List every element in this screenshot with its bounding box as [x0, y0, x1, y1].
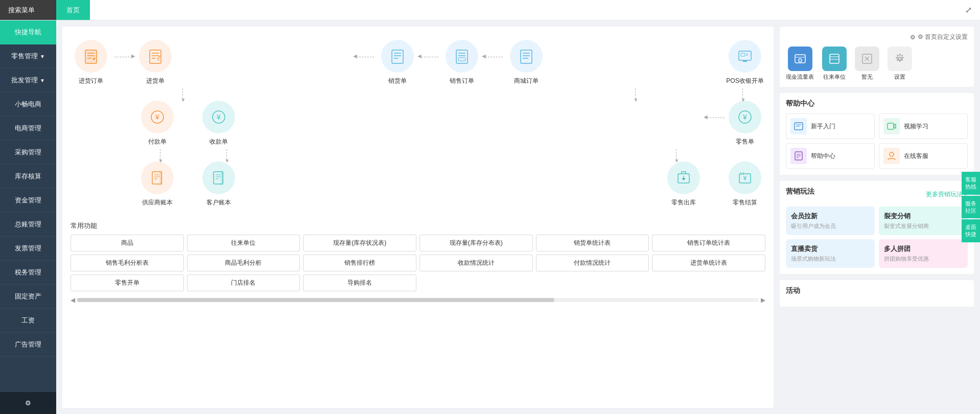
customer-account-icon [202, 162, 235, 194]
marketing-item-live[interactable]: 直播卖货场景式购物新玩法 [786, 239, 875, 268]
retail-settle-icon: ¥ [729, 162, 761, 194]
sidebar-item-general[interactable]: 总账管理 [0, 213, 56, 237]
help-item-video[interactable]: 视频学习 [879, 113, 968, 139]
func-btn-2[interactable]: 现存量(库存状况表) [303, 235, 416, 251]
func-btn-14[interactable]: 导购排名 [303, 274, 416, 291]
activity-panel: 活动 [780, 280, 974, 307]
func-grid: 商品往来单位现存量(库存状况表)现存量(库存分布表)销货单统计表销售订单统计表销… [71, 235, 765, 291]
func-btn-7[interactable]: 商品毛利分析 [187, 255, 300, 271]
sidebar-item-retail[interactable]: 零售管理 ▼ [0, 44, 56, 68]
purchase-bill-label: 进货单 [146, 77, 165, 85]
float-btn-desktop-shortcut[interactable]: 桌面快捷 [962, 219, 980, 242]
svg-point-9 [157, 58, 160, 61]
help-item-help[interactable]: 帮助中心 [786, 143, 875, 169]
marketing-item-fission[interactable]: 裂变分销裂变式发展分销商 [879, 206, 968, 235]
flow-node-mall-order[interactable]: 商城订单 [506, 40, 547, 85]
nav-icon-none[interactable]: 暂无 [855, 47, 879, 81]
flow-node-purchase-bill[interactable]: 进货单 [135, 40, 176, 85]
beginner-icon [790, 118, 807, 134]
retail-settle-label: 零售结算 [733, 198, 757, 207]
top-right: ⤢ [965, 5, 980, 15]
help-grid: 新手入门视频学习帮助中心在线客服 [786, 113, 968, 169]
func-btn-6[interactable]: 销售毛利分析表 [71, 255, 184, 271]
sidebar-item-quick-nav[interactable]: 快捷导航 [0, 20, 56, 44]
nav-icon-settings[interactable]: 设置 [888, 47, 912, 81]
activity-title: 活动 [786, 286, 968, 295]
marketing-item-group[interactable]: 多人拼团拼团购物享受优惠 [879, 239, 968, 268]
func-btn-10[interactable]: 付款情况统计 [536, 255, 649, 271]
float-btn-service-community[interactable]: 服务社区 [962, 196, 980, 219]
nav-icon-contacts[interactable]: 往来单位 [822, 47, 847, 81]
sidebar-item-assets[interactable]: 固定资产 [0, 285, 56, 309]
flow-node-purchase-order[interactable]: 进货订单 [71, 40, 111, 85]
arrow-3: ◀ [421, 57, 438, 68]
sidebar-item-finance[interactable]: 资金管理 [0, 189, 56, 213]
tab-home[interactable]: 首页 [56, 0, 90, 20]
func-btn-11[interactable]: 进货单统计表 [652, 255, 765, 271]
flow-node-retail-out[interactable]: 零售出库 [663, 162, 704, 207]
flow-node-supplier-account[interactable]: 供应商账本 [137, 162, 178, 207]
float-buttons: 客服热线 服务社区 桌面快捷 [962, 172, 980, 242]
arrow-2: ◀ [357, 57, 374, 68]
func-btn-4[interactable]: 销货单统计表 [536, 235, 649, 251]
retail-out-icon [667, 162, 700, 194]
supplier-account-label: 供应商账本 [142, 198, 173, 207]
help-item-service[interactable]: 在线客服 [879, 143, 968, 169]
marketing-panel: 营销玩法 更多营销玩法 > 会员拉新吸引用户成为会员裂变分销裂变式发展分销商直播… [780, 181, 974, 274]
flow-node-pos[interactable]: POS收银开单 [725, 40, 765, 85]
flow-container: 进货订单 ▶ 进货单 [71, 35, 765, 215]
svg-rect-18 [521, 50, 532, 63]
sidebar-settings-btn[interactable]: ⚙ [0, 392, 56, 414]
nav-icon-cash-flow[interactable]: 现金流量表 [786, 47, 814, 81]
sidebar-item-salary[interactable]: 工资 [0, 309, 56, 333]
scroll-left-btn[interactable]: ◀ [71, 296, 75, 304]
quick-nav-header[interactable]: ⚙ ⚙ 首页自定义设置 [786, 33, 968, 41]
flow-node-sales-bill[interactable]: 销货单 [377, 40, 418, 85]
func-btn-8[interactable]: 销售排行榜 [303, 255, 416, 271]
settings-icon: ⚙ [25, 399, 31, 407]
flow-node-retail-settle[interactable]: ¥ 零售结算 [725, 162, 765, 207]
float-btn-service-hotline[interactable]: 客服热线 [962, 172, 980, 195]
func-btn-12[interactable]: 零售开单 [71, 274, 184, 291]
flow-node-payment[interactable]: ¥ 付款单 [137, 101, 178, 146]
quick-nav-settings-label: ⚙ 首页自定义设置 [918, 33, 968, 41]
main-layout: 快捷导航 零售管理 ▼ 批发管理 ▼ 小畅电商 电商管理 采购管理 库存核算 资… [0, 20, 980, 414]
func-btn-9[interactable]: 收款情况统计 [419, 255, 533, 271]
sidebar-item-purchase[interactable]: 采购管理 [0, 141, 56, 165]
marketing-item-member[interactable]: 会员拉新吸引用户成为会员 [786, 206, 875, 235]
search-menu[interactable]: 搜索菜单 [0, 0, 56, 20]
flow-v-arrows-1: ▼ ▼ ▼ [71, 88, 765, 99]
svg-rect-17 [458, 58, 465, 61]
scroll-track[interactable] [77, 298, 759, 302]
sidebar-item-xiaochange[interactable]: 小畅电商 [0, 93, 56, 117]
expand-icon[interactable]: ⤢ [965, 5, 972, 15]
purchase-bill-icon [139, 40, 172, 73]
sidebar-item-more[interactable]: 广告管理 [0, 333, 56, 357]
flow-node-customer-account[interactable]: 客户账本 [198, 162, 239, 207]
gear-icon: ⚙ [910, 34, 916, 41]
sidebar-item-ecommerce[interactable]: 电商管理 [0, 117, 56, 141]
svg-text:¥: ¥ [216, 113, 221, 121]
sidebar-item-inventory[interactable]: 库存核算 [0, 165, 56, 189]
func-btn-1[interactable]: 往来单位 [187, 235, 300, 251]
help-item-beginner[interactable]: 新手入门 [786, 113, 875, 139]
func-btn-3[interactable]: 现存量(库存分布表) [419, 235, 533, 251]
flow-node-receipt[interactable]: ¥ 收款单 [198, 101, 239, 146]
func-btn-13[interactable]: 门店排名 [187, 274, 300, 291]
sidebar-item-invoice[interactable]: 发票管理 [0, 237, 56, 261]
common-func-title: 常用功能 [71, 221, 765, 231]
func-btn-5[interactable]: 销售订单统计表 [652, 235, 765, 251]
receipt-label: 收款单 [209, 137, 228, 146]
func-btn-0[interactable]: 商品 [71, 235, 184, 251]
svg-rect-42 [221, 171, 224, 185]
mall-order-label: 商城订单 [514, 77, 539, 85]
flow-row-3: 供应商账本 客户账本 [71, 162, 765, 207]
flow-node-retail-bill[interactable]: ¥ 零售单 [725, 101, 765, 146]
svg-point-64 [890, 152, 894, 156]
svg-text:¥: ¥ [743, 175, 747, 182]
scroll-right-btn[interactable]: ▶ [761, 296, 765, 304]
retail-bill-label: 零售单 [736, 137, 754, 146]
sidebar-item-wholesale[interactable]: 批发管理 ▼ [0, 68, 56, 93]
sidebar-item-tax[interactable]: 税务管理 [0, 261, 56, 285]
flow-node-sales-order[interactable]: 销售订单 [441, 40, 482, 85]
